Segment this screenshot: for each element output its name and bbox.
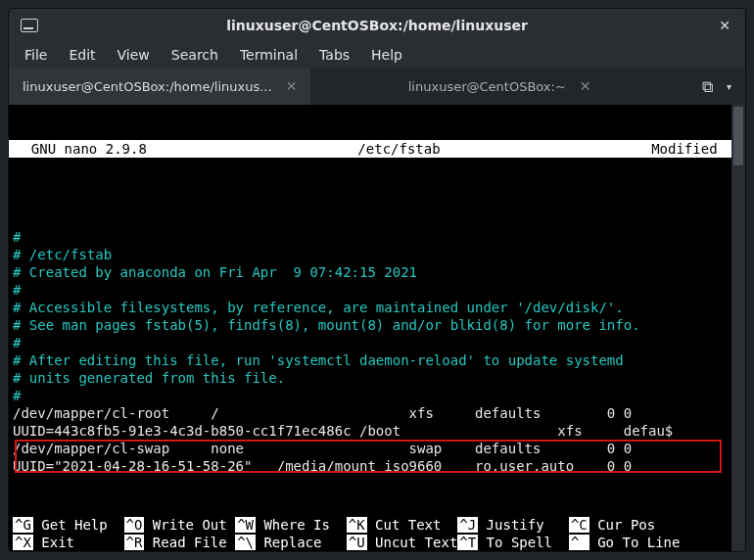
close-button[interactable]: ✕ [714, 15, 735, 36]
fstab-line: # /etc/fstab [13, 247, 112, 262]
menubar: File Edit View Search Terminal Tabs Help [9, 41, 745, 68]
tab-1[interactable]: linuxuser@CentOSBox:~ ✕ [310, 69, 688, 105]
tabbar: linuxuser@CentOSBox:/home/linuxus... ✕ l… [9, 69, 745, 105]
tab-0[interactable]: linuxuser@CentOSBox:/home/linuxus... ✕ [9, 69, 310, 105]
fstab-line: # [13, 229, 21, 245]
nano-shortcut-bar: ^G Get Help ^O Write Out ^W Where Is ^K … [9, 516, 731, 551]
nano-version: GNU nano 2.9.8 [15, 140, 147, 158]
terminal-output[interactable]: GNU nano 2.9.8 /etc/fstab Modified # # /… [9, 105, 731, 551]
new-tab-icon[interactable]: ⧉ [702, 77, 713, 96]
menu-search[interactable]: Search [162, 44, 228, 66]
window-title: linuxuser@CentOSBox:/home/linuxuser [9, 18, 745, 33]
highlight-region: /dev/mapper/cl-swap none swap defaults 0… [13, 440, 731, 475]
nano-filename: /etc/fstab [147, 140, 651, 158]
kb-read-file: ^R [124, 535, 145, 550]
fstab-line-highlighted: UUID="2021-04-28-16-51-58-26" /media/mou… [13, 458, 632, 474]
fstab-line: # [13, 388, 21, 403]
fstab-line: # [13, 282, 21, 298]
kb-where-is: ^W [235, 517, 256, 533]
nano-buffer: # # /etc/fstab # Created by anaconda on … [9, 175, 731, 492]
fstab-line: # Created by anaconda on Fri Apr 9 07:42… [13, 264, 417, 280]
fstab-line: UUID=443c8fb5-91e3-4c3d-b850-cc1f71ec486… [13, 423, 673, 439]
fstab-line: # After editing this file, run 'systemct… [13, 352, 624, 368]
menu-tabs[interactable]: Tabs [309, 44, 359, 66]
blank-line [13, 194, 21, 210]
fstab-line: # Accessible filesystems, by reference, … [13, 300, 624, 315]
kb-replace: ^\ [235, 535, 256, 550]
kb-exit: ^X [13, 535, 33, 550]
fstab-line: /dev/mapper/cl-root / xfs defaults 0 0 [13, 405, 632, 421]
nano-status-bar: GNU nano 2.9.8 /etc/fstab Modified [9, 140, 731, 158]
kb-cut-text: ^K [347, 517, 367, 533]
kb-justify: ^J [457, 517, 478, 533]
terminal-area-wrap: GNU nano 2.9.8 /etc/fstab Modified # # /… [9, 105, 745, 551]
titlebar: linuxuser@CentOSBox:/home/linuxuser ✕ [9, 9, 745, 41]
fstab-line: /dev/mapper/cl-swap none swap defaults 0… [13, 441, 632, 456]
scrollbar[interactable] [731, 105, 745, 551]
tab-1-close-icon[interactable]: ✕ [576, 76, 595, 96]
tab-0-close-icon[interactable]: ✕ [282, 76, 302, 96]
kb-uncut: ^U [347, 535, 367, 550]
fstab-line: # See man pages fstab(5), findfs(8), mou… [13, 317, 640, 333]
kb-write-out: ^O [124, 517, 145, 533]
tab-1-label: linuxuser@CentOSBox:~ [408, 79, 566, 94]
tab-dropdown-icon[interactable]: ▾ [727, 81, 731, 92]
scrollbar-thumb[interactable] [733, 107, 743, 165]
kb-to-spell: ^T [457, 535, 478, 550]
menu-edit[interactable]: Edit [59, 44, 105, 66]
tab-0-label: linuxuser@CentOSBox:/home/linuxus... [23, 79, 272, 94]
menu-help[interactable]: Help [361, 44, 412, 66]
kb-cur-pos: ^C [569, 517, 589, 533]
fstab-line: # [13, 335, 21, 350]
menu-terminal[interactable]: Terminal [230, 44, 307, 66]
kb-get-help: ^G [13, 517, 33, 533]
nano-modified: Modified [651, 140, 726, 158]
terminal-app-icon [21, 19, 38, 32]
tab-tools: ⧉ ▾ [688, 69, 745, 105]
menu-view[interactable]: View [108, 44, 160, 66]
terminal-window: linuxuser@CentOSBox:/home/linuxuser ✕ Fi… [8, 8, 746, 552]
menu-file[interactable]: File [15, 44, 57, 66]
kb-goto-line: ^_ [569, 535, 589, 550]
blank-line [13, 211, 21, 227]
fstab-line: # units generated from this file. [13, 370, 285, 386]
